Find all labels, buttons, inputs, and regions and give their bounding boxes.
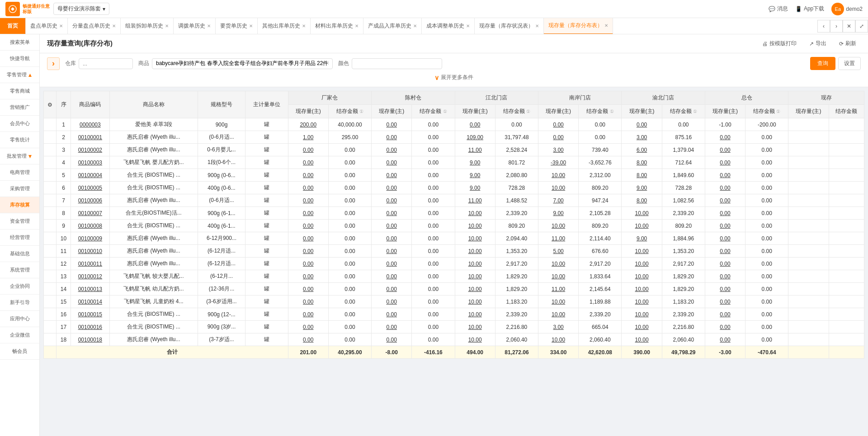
row-na-qty[interactable]: 5.00 [538,245,579,258]
row-cj-qty[interactable]: 0.00 [288,258,328,270]
goods-input[interactable] [152,58,333,69]
info-icon[interactable]: ① [443,109,447,114]
row-jb-qty[interactable]: 9.00 [455,182,495,194]
row-code[interactable]: 0000003 [71,118,110,131]
row-jb-qty[interactable]: 10.00 [455,295,495,308]
color-input[interactable] [352,58,442,69]
setting-btn[interactable]: 设置 [838,57,861,70]
tab-home[interactable]: 首页 [0,18,26,34]
row-na-qty[interactable]: 10.00 [538,169,579,182]
row-cj-qty[interactable]: 0.00 [288,333,328,346]
row-na-qty[interactable]: 10.00 [538,333,579,346]
row-cc-qty[interactable]: 0.00 [372,207,412,220]
row-yb-qty[interactable]: 10.00 [622,283,662,295]
row-na-qty[interactable]: 10.00 [538,308,579,321]
info-icon[interactable]: ① [359,109,363,114]
row-cj-qty[interactable]: 0.00 [288,182,328,194]
row-jb-qty[interactable]: 9.00 [455,156,495,169]
close-icon[interactable]: ✕ [249,23,253,28]
row-na-qty[interactable]: -39.00 [538,156,579,169]
close-icon[interactable]: ✕ [466,23,470,28]
sidebar-item-ecom[interactable]: 电商管理 [0,164,39,181]
row-jb-qty[interactable]: 10.00 [455,258,495,270]
row-tot-qty[interactable]: 0.00 [705,207,745,220]
row-code[interactable]: 00100002 [71,144,110,156]
row-na-qty[interactable]: 9.00 [538,207,579,220]
th-setting[interactable]: ⚙ [44,91,57,118]
row-yb-qty[interactable]: 10.00 [622,207,662,220]
sidebar-item-member[interactable]: 会员中心 [0,116,39,132]
row-cc-qty[interactable]: 0.00 [372,321,412,333]
row-cj-qty[interactable]: 0.00 [288,308,328,321]
row-tot-qty[interactable]: 0.00 [705,156,745,169]
row-cj-qty[interactable]: 0.00 [288,232,328,245]
tab-8[interactable]: 产成品入库单历史 ✕ [363,18,422,34]
tab-expand-btn[interactable]: ⤢ [855,20,868,33]
row-cj-qty[interactable]: 200.00 [288,118,328,131]
info-icon[interactable]: ① [776,109,780,114]
row-na-qty[interactable]: 7.00 [538,194,579,207]
row-cc-qty[interactable]: 0.00 [372,308,412,321]
row-cc-qty[interactable]: 0.00 [372,270,412,283]
row-cc-qty[interactable]: 0.00 [372,295,412,308]
refresh-btn[interactable]: ⟳ 刷新 [835,38,861,49]
row-cj-qty[interactable]: 0.00 [288,194,328,207]
warehouse-input[interactable] [79,58,133,69]
row-tot-qty[interactable]: 0.00 [705,169,745,182]
row-na-qty[interactable]: 10.00 [538,182,579,194]
row-tot-qty[interactable]: 0.00 [705,131,745,144]
row-code[interactable]: 00100015 [71,308,110,321]
row-tot-qty[interactable]: 0.00 [705,144,745,156]
sidebar-item-corp[interactable]: 企业协同 [0,278,39,295]
row-cc-qty[interactable]: 0.00 [372,156,412,169]
row-cj-qty[interactable]: 0.00 [288,295,328,308]
row-tot-qty[interactable]: 0.00 [705,283,745,295]
sidebar-item-wholesale[interactable]: 批发管理 ▼ [0,148,39,164]
row-jb-qty[interactable]: 10.00 [455,232,495,245]
row-cc-qty[interactable]: 0.00 [372,194,412,207]
close-icon[interactable]: ✕ [604,23,608,28]
row-yb-qty[interactable]: 10.00 [622,245,662,258]
row-yb-qty[interactable]: 10.00 [622,308,662,321]
row-tot-qty[interactable]: 0.00 [705,308,745,321]
row-na-qty[interactable]: 0.00 [538,118,579,131]
row-na-qty[interactable]: 10.00 [538,220,579,232]
row-cj-qty[interactable]: 1.00 [288,131,328,144]
close-icon[interactable]: ✕ [535,23,539,28]
row-code[interactable]: 00100001 [71,131,110,144]
row-yb-qty[interactable]: 9.00 [622,182,662,194]
info-icon[interactable]: ① [693,109,697,114]
row-yb-qty[interactable]: 6.00 [622,144,662,156]
row-yb-qty[interactable]: 8.00 [622,194,662,207]
sidebar-item-retail-stat[interactable]: 零售统计 [0,132,39,148]
tab-6[interactable]: 其他出库单历史 ✕ [258,18,311,34]
row-jb-qty[interactable]: 10.00 [455,283,495,295]
tab-9[interactable]: 成本调整单历史 ✕ [422,18,475,34]
sidebar-item-purchase[interactable]: 采购管理 [0,181,39,197]
tab-5[interactable]: 要货单历史 ✕ [216,18,258,34]
row-code[interactable]: 00100018 [71,333,110,346]
row-cc-qty[interactable]: 0.00 [372,118,412,131]
row-tot-qty[interactable]: 0.00 [705,182,745,194]
row-code[interactable]: 00100008 [71,220,110,232]
row-cc-qty[interactable]: 0.00 [372,258,412,270]
row-yb-qty[interactable]: 10.00 [622,258,662,270]
row-na-qty[interactable]: 11.00 [538,232,579,245]
row-yb-qty[interactable]: 10.00 [622,295,662,308]
close-icon[interactable]: ✕ [165,23,169,28]
tab-close-all-btn[interactable]: ✕ [843,20,855,33]
sidebar-item-marketing[interactable]: 营销推广 [0,99,39,116]
info-icon[interactable]: ① [610,109,614,114]
row-cj-qty[interactable]: 0.00 [288,144,328,156]
row-cc-qty[interactable]: 0.00 [372,232,412,245]
row-na-qty[interactable]: 10.00 [538,295,579,308]
row-yb-qty[interactable]: 9.00 [622,232,662,245]
row-jb-qty[interactable]: 109.00 [455,131,495,144]
row-cc-qty[interactable]: 0.00 [372,182,412,194]
row-yb-qty[interactable]: 10.00 [622,270,662,283]
sidebar-item-sys[interactable]: 系统管理 [0,262,39,278]
row-code[interactable]: 00100011 [71,258,110,270]
row-code[interactable]: 00100013 [71,283,110,295]
sidebar-item-guide[interactable]: 新手引导 [0,295,39,311]
row-cc-qty[interactable]: 0.00 [372,169,412,182]
